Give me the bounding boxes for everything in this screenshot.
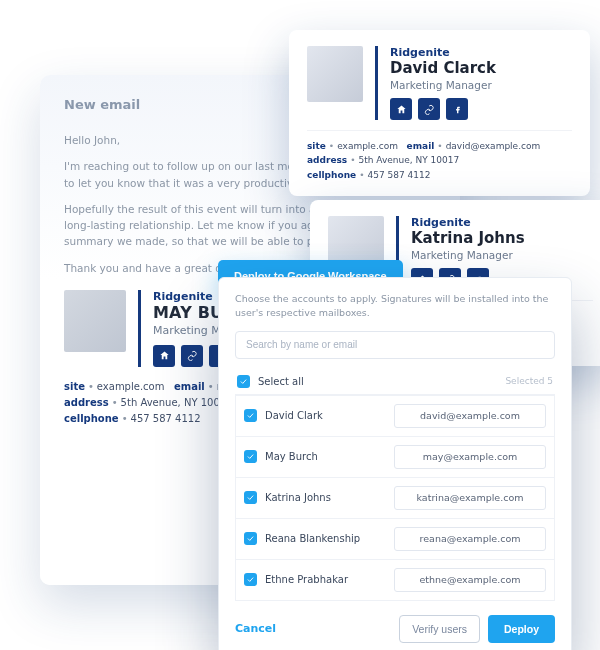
user-name: Katrina Johns [265, 492, 386, 503]
signature-role: Marketing Manager [411, 249, 525, 261]
home-icon[interactable] [153, 345, 175, 367]
user-email: ethne@example.com [394, 568, 546, 592]
user-row: David Clarkdavid@example.com [235, 395, 555, 437]
user-checkbox[interactable] [244, 409, 257, 422]
user-row: Reana Blankenshipreana@example.com [235, 519, 555, 560]
user-checkbox[interactable] [244, 491, 257, 504]
signature-company: Ridgenite [390, 46, 496, 59]
select-all-label: Select all [258, 376, 304, 387]
signature-role: Marketing Manager [390, 79, 496, 91]
cancel-link[interactable]: Cancel [235, 622, 276, 635]
signature-name: David Clarck [390, 59, 496, 77]
signature-divider [375, 46, 378, 120]
user-checkbox[interactable] [244, 450, 257, 463]
verify-users-button[interactable]: Verify users [399, 615, 480, 643]
deploy-button[interactable]: Deploy [488, 615, 555, 643]
signature-divider [138, 290, 141, 367]
user-checkbox[interactable] [244, 532, 257, 545]
selected-count: Selected 5 [505, 376, 553, 386]
user-name: May Burch [265, 451, 386, 462]
avatar [307, 46, 363, 102]
link-icon[interactable] [181, 345, 203, 367]
home-icon[interactable] [390, 98, 412, 120]
user-row: Ethne Prabhakarethne@example.com [235, 560, 555, 601]
facebook-icon[interactable] [446, 98, 468, 120]
user-name: Ethne Prabhakar [265, 574, 386, 585]
link-icon[interactable] [418, 98, 440, 120]
user-email: may@example.com [394, 445, 546, 469]
signature-name: Katrina Johns [411, 229, 525, 247]
user-email: katrina@example.com [394, 486, 546, 510]
user-name: Reana Blankenship [265, 533, 386, 544]
select-all-checkbox[interactable] [237, 375, 250, 388]
user-name: David Clark [265, 410, 386, 421]
user-row: Katrina Johnskatrina@example.com [235, 478, 555, 519]
user-row: May Burchmay@example.com [235, 437, 555, 478]
signature-preview-card: Ridgenite David Clarck Marketing Manager… [289, 30, 590, 196]
deploy-modal: Choose the accounts to apply. Signatures… [218, 277, 572, 650]
user-list: David Clarkdavid@example.comMay Burchmay… [235, 395, 555, 601]
signature-contact-info: site•example.com email•david@example.com… [307, 139, 572, 182]
user-checkbox[interactable] [244, 573, 257, 586]
avatar [64, 290, 126, 352]
search-input[interactable] [235, 331, 555, 359]
user-email: david@example.com [394, 404, 546, 428]
signature-company: Ridgenite [411, 216, 525, 229]
modal-caption: Choose the accounts to apply. Signatures… [235, 292, 555, 321]
user-email: reana@example.com [394, 527, 546, 551]
